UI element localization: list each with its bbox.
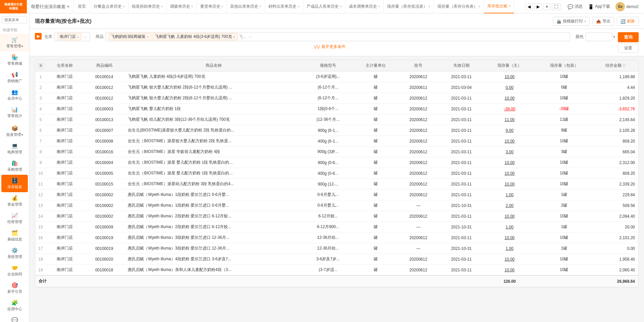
row-name: 惠氏启赋（Wyeth illuma）2段奶粉 爱尔兰进口 6-12月较... bbox=[124, 222, 303, 232]
row-qty-main[interactable]: 10.00 bbox=[484, 71, 535, 82]
color-dropdown-arrow[interactable]: ▾ bbox=[613, 35, 615, 39]
row-expire: 2021-03-11 bbox=[439, 93, 484, 104]
user-avatar[interactable]: Ea demo2 bbox=[615, 2, 639, 11]
row-unit: 罐 bbox=[354, 71, 398, 82]
table-row: 19 南岸门店 00100018 惠氏启赋（Wyeth illuma）亲和人体儿… bbox=[35, 265, 638, 276]
summary-qty-main: 126.00 bbox=[484, 275, 535, 287]
search-input[interactable] bbox=[2, 16, 27, 23]
tab-fenpan[interactable]: 分餐盘点单历史× bbox=[90, 0, 128, 13]
sidebar-item-base-info[interactable]: 🗂️ 基础信息 bbox=[0, 227, 29, 245]
settings-btn[interactable]: 设置 bbox=[618, 44, 639, 53]
sidebar-item-inventory[interactable]: 🗄️ 库存核算 bbox=[1, 175, 28, 192]
product-tag-ellipsis[interactable]: 飞... bbox=[239, 34, 246, 40]
tab-home[interactable]: 首页 bbox=[74, 0, 90, 13]
row-qty-main[interactable]: 10.00 bbox=[484, 254, 535, 265]
tab-qitachuku[interactable]: 其他出库单历史× bbox=[227, 0, 265, 13]
row-name: 惠氏启赋（Wyeth illuma）2段奶粉 爱尔兰进口 6-12月较... bbox=[124, 211, 303, 222]
row-qty-main[interactable]: 10.00 bbox=[484, 265, 535, 276]
account-selector[interactable]: 母婴行业演示账套 ▾ bbox=[27, 0, 74, 13]
tab-xiancunliang-fenbu[interactable]: 现存量（库存分布表）× bbox=[434, 0, 484, 13]
row-amount: 665.04 bbox=[593, 147, 638, 157]
sidebar-item-ecommerce[interactable]: 💻 电商管理 bbox=[0, 140, 29, 157]
tab-cailiao[interactable]: 材料出库单历史× bbox=[265, 0, 303, 13]
row-qty-main[interactable]: 3.00 bbox=[484, 147, 535, 157]
tab-chanchenpin[interactable]: 产成品入库单历史× bbox=[303, 0, 345, 13]
row-qty-main[interactable]: 11.00 bbox=[484, 114, 535, 125]
table-container: ⚙ 仓库名称 商品编码 商品名称 规格型号 主计量单位 批号 失效日期 现存量（… bbox=[30, 56, 644, 322]
row-qty-main[interactable]: 10.00 bbox=[484, 157, 535, 168]
print-btn[interactable]: 🖨️ 按模板打印 ▾ bbox=[553, 17, 590, 26]
row-qty-main[interactable]: 10.00 bbox=[484, 179, 535, 190]
row-qty-main[interactable]: 10.00 bbox=[484, 211, 535, 222]
expand-more-btn[interactable]: ⋁⋁ 展开更多条件 bbox=[314, 44, 345, 50]
warehouse-tag[interactable]: 南岸门店 × bbox=[57, 33, 81, 40]
sidebar-item-enterprise[interactable]: 🤝 企业协同 bbox=[0, 262, 29, 279]
warehouse-more-dots[interactable]: ··· bbox=[84, 35, 87, 39]
row-unit: 罐 bbox=[354, 104, 398, 114]
product-tag-2[interactable]: 飞鹤星飞帆 儿童奶粉 4段(3-6岁适用) 700克 × bbox=[153, 33, 237, 40]
sidebar-item-finance[interactable]: 💰 资金管理 bbox=[0, 192, 29, 210]
sidebar-item-member[interactable]: 👥 会员中心 bbox=[0, 86, 29, 104]
app-download-btn[interactable]: 📱 App下载 bbox=[588, 4, 610, 9]
refresh-btn[interactable]: 🔄 刷新 bbox=[617, 17, 639, 26]
row-qty-main[interactable]: 2.00 bbox=[484, 200, 535, 211]
sidebar-item-operations[interactable]: 📈 经营管理 bbox=[0, 210, 29, 227]
col-settings[interactable]: ⚙ bbox=[35, 60, 46, 71]
filter-collapse-btn[interactable]: ▶ bbox=[35, 33, 42, 40]
sidebar-item-system[interactable]: ⚙️ 系统管理 bbox=[0, 245, 29, 262]
sidebar-item-wholesale-mgmt[interactable]: 📦 批发管理 ▾ bbox=[0, 122, 29, 140]
row-qty-main[interactable]: 1.00 bbox=[484, 190, 535, 200]
warehouse-tag-del[interactable]: × bbox=[77, 35, 79, 39]
row-unit: 罐 bbox=[354, 168, 398, 179]
sidebar-item-retail-stats[interactable]: 📊 零售统计 bbox=[0, 104, 29, 121]
row-no: 7 bbox=[35, 136, 46, 147]
export-btn[interactable]: 📤 导出 bbox=[592, 17, 614, 26]
row-qty-main[interactable]: 10.00 bbox=[484, 93, 535, 104]
row-code: 00100019 bbox=[84, 243, 125, 254]
sidebar-item-wechat[interactable]: 💬 企业微信 bbox=[0, 314, 29, 322]
product-more-dots[interactable]: ··· bbox=[249, 35, 252, 39]
sidebar-item-apps[interactable]: 🧩 应用中心 bbox=[0, 297, 29, 314]
row-qty-main[interactable]: 10.00 bbox=[484, 232, 535, 243]
sidebar-item-purchase[interactable]: 🛍️ 采购管理 bbox=[0, 157, 29, 175]
warehouse-filter: 仓库 南岸门店 × ··· bbox=[44, 32, 90, 41]
row-expire: 2021-03-11 bbox=[439, 190, 484, 200]
tab-diaobo[interactable]: 调拨单历史× bbox=[167, 0, 197, 13]
tab-chengben[interactable]: 成本调整单历史× bbox=[345, 0, 384, 13]
row-batch: — bbox=[398, 200, 439, 211]
sidebar-item-newbie[interactable]: 🎯 新手引导 bbox=[0, 279, 29, 297]
row-code: 00100002 bbox=[84, 190, 125, 200]
product-tag-1-del[interactable]: × bbox=[147, 35, 149, 39]
query-btn[interactable]: 查询 bbox=[618, 32, 639, 42]
sidebar-item-marketing[interactable]: 📢 营销推广 bbox=[0, 69, 29, 86]
product-tag-1[interactable]: 飞鹤奶粉3段两罐装 × bbox=[109, 33, 151, 40]
message-btn[interactable]: 💬 消息 bbox=[568, 4, 583, 9]
row-code: 00100012 bbox=[84, 82, 125, 93]
product-tag-2-del[interactable]: × bbox=[233, 35, 235, 39]
tab-xiancunliang-kuangtai[interactable]: 现存量（库存状况表）× bbox=[384, 0, 434, 13]
row-qty-main[interactable]: 10.00 bbox=[484, 136, 535, 147]
row-name: 惠氏启赋（Wyeth illuma）3段奶粉 爱尔兰进口 12-36月... bbox=[124, 232, 303, 243]
row-qty-main[interactable]: 1.00 bbox=[484, 222, 535, 232]
tab-kucunpici[interactable]: 库存批次账× bbox=[484, 0, 514, 13]
tab-close-btn[interactable]: × bbox=[543, 3, 550, 10]
row-qty-main[interactable]: 1.00 bbox=[484, 243, 535, 254]
tab-yaohuo[interactable]: 要货单历史× bbox=[197, 0, 227, 13]
row-batch: 20200611 bbox=[398, 82, 439, 93]
row-qty-main[interactable]: 0.00 bbox=[484, 82, 535, 93]
table-row: 1 南岸门店 00100014 飞鹤星飞帆 儿童奶粉 4段(3-6岁适用) 70… bbox=[35, 71, 638, 82]
tab-prev-btn[interactable]: ◀ bbox=[525, 3, 533, 10]
row-qty-main[interactable]: -39.00 bbox=[484, 104, 535, 114]
row-qty-main[interactable]: 10.00 bbox=[484, 168, 535, 179]
tab-maximize-btn[interactable]: ⛶ bbox=[552, 3, 560, 10]
row-qty-main[interactable]: 9.00 bbox=[484, 125, 535, 136]
sidebar-item-retail-mgmt[interactable]: 🛒 零售管理 ▾ bbox=[0, 34, 29, 51]
row-batch: 20200612 bbox=[398, 147, 439, 157]
row-name: 飞鹤星飞帆 儿童奶粉 4段(3-6岁适用) 700克 bbox=[124, 71, 303, 82]
table-row: 11 南岸门店 00100015 合生元（BIOSTIME）派星幼儿配方奶粉 3… bbox=[35, 179, 638, 190]
row-qty-pkg: 1罐 bbox=[535, 190, 593, 200]
sidebar-item-retail-mall[interactable]: 🏪 零售商城 bbox=[0, 51, 29, 69]
tab-zuzhechaichu[interactable]: 组装拆卸单历史× bbox=[128, 0, 167, 13]
row-unit: 罐 bbox=[354, 211, 398, 222]
tab-next-btn[interactable]: ▶ bbox=[534, 3, 542, 10]
